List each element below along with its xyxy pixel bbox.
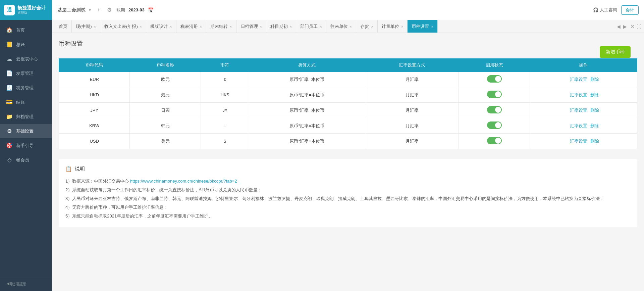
top-header: 基层工会测试 ▾ ＋ ⚙ 账期 2023-03 📅 🎧 人工咨询 会计 — [52, 0, 644, 20]
status-toggle[interactable] — [487, 106, 502, 113]
tab-close-icon[interactable]: × — [371, 25, 373, 29]
headset-icon: 🎧 — [593, 7, 598, 12]
cell-name: 美元 — [130, 134, 201, 149]
cell-symbol: € — [201, 72, 249, 87]
settings-icon: ⚙ — [6, 128, 13, 134]
status-toggle[interactable] — [487, 91, 502, 98]
workspace-settings-icon[interactable]: ⚙ — [106, 5, 113, 14]
sidebar-item-label: 税务管理 — [16, 85, 34, 91]
status-toggle[interactable] — [487, 137, 502, 144]
sidebar-item-home[interactable]: 🏠 首页 — [0, 23, 52, 37]
sidebar-item-invoice[interactable]: 📄 发票管理 — [0, 66, 52, 81]
sidebar-item-member[interactable]: ◇ 畅会员 — [0, 153, 52, 167]
tab-label: 税表清册 — [180, 23, 198, 30]
tab-close-icon[interactable]: × — [140, 25, 142, 29]
cell-actions: 汇率设置 删除 — [530, 72, 637, 87]
tab-tax-list[interactable]: 税表清册 × — [176, 20, 206, 33]
tab-close-icon[interactable]: × — [350, 25, 352, 29]
rate-setting-link[interactable]: 汇率设置 — [570, 139, 587, 144]
status-toggle[interactable] — [487, 122, 502, 129]
rate-setting-link[interactable]: 汇率设置 — [570, 92, 587, 97]
sidebar-item-label: 结账 — [16, 99, 25, 105]
sidebar-item-archive[interactable]: 📁 归档管理 — [0, 109, 52, 124]
cell-code: EUR — [59, 72, 130, 87]
rate-setting-link[interactable]: 汇率设置 — [570, 108, 587, 113]
page-title: 币种设置 — [59, 40, 83, 48]
tab-period-end[interactable]: 期末结转 × — [206, 20, 236, 33]
tab-annual-report[interactable]: 收入支出表(年报) × — [100, 20, 146, 33]
sidebar-item-reports[interactable]: ☁ 云报表中心 — [0, 52, 52, 66]
app-logo: 通 畅捷通好会计 旗舰版 — [0, 0, 52, 20]
content-wrapper: 币种设置 新增币种 币种代码 币种名称 币符 折算方式 汇率设置方式 启用状态 … — [59, 40, 637, 227]
sidebar-pin-toggle[interactable]: ◀取消固定 — [0, 277, 52, 291]
sidebar-item-label: 畅会员 — [16, 157, 29, 163]
tab-expand-icon[interactable]: ⛶ — [637, 24, 641, 29]
tab-close-icon[interactable]: × — [320, 25, 322, 29]
tax-icon: 🧾 — [6, 85, 13, 91]
tab-template[interactable]: 模版设计 × — [146, 20, 176, 33]
tab-close-all-icon[interactable]: ✕ — [630, 23, 635, 30]
tab-inventory[interactable]: 存货 × — [356, 20, 377, 33]
tab-label: 科目期初 — [270, 23, 288, 30]
col-symbol: 币符 — [201, 59, 249, 72]
tab-unit[interactable]: 计量单位 × — [378, 20, 408, 33]
workspace-dropdown-icon[interactable]: ▾ — [89, 8, 91, 12]
sidebar-item-tax[interactable]: 🧾 税务管理 — [0, 81, 52, 95]
delete-link[interactable]: 删除 — [590, 139, 599, 144]
tab-close-icon[interactable]: × — [94, 25, 96, 29]
delete-link[interactable]: 删除 — [590, 77, 599, 82]
tab-home[interactable]: 首页 — [55, 20, 72, 33]
tab-subject-init[interactable]: 科目期初 × — [266, 20, 296, 33]
cell-status — [459, 134, 530, 149]
tab-prev-icon[interactable]: ◀ — [615, 22, 622, 31]
tab-close-icon[interactable]: × — [290, 25, 292, 29]
notes-title-text: 说明 — [75, 166, 85, 172]
sidebar-nav: 🏠 首页 📒 总账 ☁ 云报表中心 📄 发票管理 🧾 税务管理 💳 结账 📁 归… — [0, 20, 52, 277]
cell-code: USD — [59, 134, 130, 149]
sidebar-item-guide[interactable]: 🎯 新手引导 — [0, 138, 52, 153]
cell-name: 日圆 — [130, 103, 201, 118]
tab-close-icon[interactable]: × — [230, 25, 232, 29]
account-button[interactable]: 会计 — [621, 5, 639, 15]
rate-setting-link[interactable]: 汇率设置 — [570, 77, 587, 82]
tab-close-icon[interactable]: × — [200, 25, 202, 29]
tab-currency[interactable]: 币种设置 × — [408, 20, 437, 33]
cell-actions: 汇率设置 删除 — [530, 87, 637, 103]
tab-close-icon[interactable]: × — [431, 25, 433, 29]
main-area: 基层工会测试 ▾ ＋ ⚙ 账期 2023-03 📅 🎧 人工咨询 会计 首页 现… — [52, 0, 644, 291]
cell-method: 原币*汇率=本位币 — [249, 134, 365, 149]
tab-close-icon[interactable]: × — [170, 25, 172, 29]
app-edition: 旗舰版 — [17, 10, 46, 15]
tab-partners[interactable]: 往来单位 × — [326, 20, 356, 33]
rate-setting-link[interactable]: 汇率设置 — [570, 123, 587, 128]
sidebar-item-ledger[interactable]: 📒 总账 — [0, 37, 52, 52]
notes-title: 📋 说明 — [65, 166, 631, 172]
sidebar-item-checkout[interactable]: 💳 结账 — [0, 95, 52, 109]
tab-archive[interactable]: 归档管理 × — [236, 20, 266, 33]
sidebar-item-label: 新手引导 — [16, 143, 34, 149]
table-row: KRW 韩元 -- 原币*汇率=本位币 月汇率 汇率设置 删除 — [59, 118, 637, 134]
support-button[interactable]: 🎧 人工咨询 — [593, 7, 617, 13]
tab-close-icon[interactable]: × — [401, 25, 403, 29]
notes-link[interactable]: https://www.chinamoney.com.cn/chinese/bk… — [130, 179, 237, 184]
delete-link[interactable]: 删除 — [590, 108, 599, 113]
cell-method: 原币*汇率=本位币 — [249, 72, 365, 87]
status-toggle[interactable] — [487, 75, 502, 83]
notes-item: 1）数据来源：中国外汇交易中心 https://www.chinamoney.c… — [65, 177, 631, 186]
delete-link[interactable]: 删除 — [590, 123, 599, 128]
tab-close-icon[interactable]: × — [260, 25, 262, 29]
period-value: 2023-03 — [128, 7, 145, 12]
tab-next-icon[interactable]: ▶ — [622, 22, 628, 31]
sidebar-item-settings[interactable]: ⚙ 基础设置 — [0, 124, 52, 138]
cell-symbol: J¥ — [201, 103, 249, 118]
table-row: EUR 欧元 € 原币*汇率=本位币 月汇率 汇率设置 删除 — [59, 72, 637, 87]
new-currency-button[interactable]: 新增币种 — [600, 46, 631, 58]
col-rate-type: 汇率设置方式 — [365, 59, 459, 72]
add-workspace-button[interactable]: ＋ — [94, 5, 102, 15]
tab-label: 首页 — [59, 23, 67, 30]
tab-midterm[interactable]: 现(中期) × — [72, 20, 100, 33]
tab-department[interactable]: 部门员工 × — [296, 20, 326, 33]
invoice-icon: 📄 — [6, 70, 13, 77]
delete-link[interactable]: 删除 — [590, 92, 599, 97]
calendar-icon[interactable]: 📅 — [148, 7, 154, 13]
